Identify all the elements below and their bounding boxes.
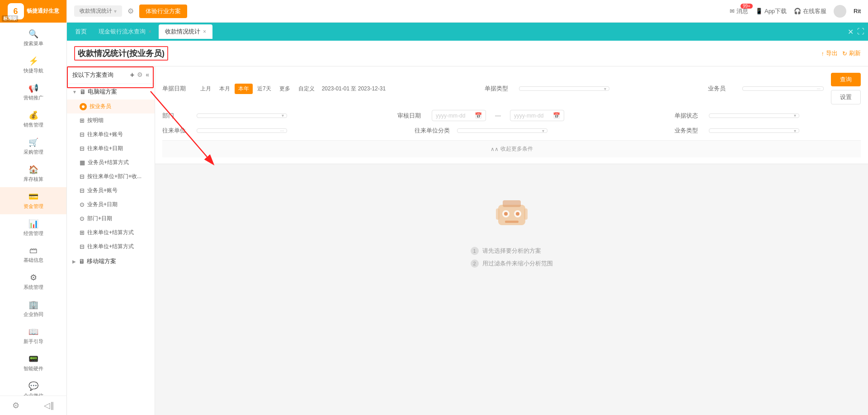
scheme-item-staff_date[interactable]: ⊙业务员+日期 [67, 198, 155, 212]
page-header-actions: ↑ 导出 ↻ 刷新 [821, 49, 861, 57]
header-right: ✉ 消息 99+ 📱 App下载 🎧 在线客服 Rit [730, 5, 861, 18]
counterpart-category-select[interactable]: ▾ [457, 128, 547, 133]
date-tabs-control: 上月本月本年近7天更多自定义 2023-01-01 至 2023-12-31 [197, 84, 386, 94]
calendar-from-icon: 📅 [475, 112, 482, 119]
date-range-text: 2023-01-01 至 2023-12-31 [322, 85, 386, 93]
scheme-item-dept_date[interactable]: ⊙部门+日期 [67, 212, 155, 226]
sidebar-item-guide[interactable]: 📖新手引导 [0, 322, 66, 349]
scheme-settings-icon[interactable]: ⚙ [137, 71, 143, 79]
filter-row-3: 往来单位 ··· 往来单位分类 ▾ 业务类型 ▾ [162, 127, 861, 135]
svg-rect-7 [496, 208, 500, 220]
scheme-item-counterpart_settlement2[interactable]: ⊟往来单位+结算方式 [67, 240, 155, 254]
panel-header: 按以下方案查询 + ⚙ « [67, 66, 155, 84]
scheme-item-counterpart_account[interactable]: ⊟往来单位+账号 [67, 127, 155, 141]
sidebar-item-sales[interactable]: 💰销售管理 [0, 106, 66, 133]
collapse-filter-button[interactable]: ∧∧ 收起更多条件 [162, 140, 861, 157]
svg-rect-6 [505, 221, 519, 223]
sidebar-item-warehouse[interactable]: 🏠库存核算 [0, 160, 66, 187]
user-avatar[interactable] [834, 5, 846, 18]
sidebar-item-purchase[interactable]: 🛒采购管理 [0, 133, 66, 160]
refresh-button[interactable]: ↻ 刷新 [842, 49, 861, 57]
maximize-button[interactable]: ⛶ [857, 28, 864, 36]
header-settings-icon[interactable]: ⚙ [127, 7, 134, 15]
scheme-group-header-mobile[interactable]: ▶🖥移动端方案 [67, 254, 155, 269]
close-window-button[interactable]: ✕ [848, 28, 854, 36]
basic-label: 基础信息 [24, 257, 43, 264]
scheme-item-counterpart_dept[interactable]: ⊟按往来单位+部门+收... [67, 170, 155, 184]
tab-home[interactable]: 首页 [71, 24, 91, 39]
sidebar-item-search[interactable]: 🔍搜索菜单 [0, 24, 66, 52]
scheme-item-staff_settlement[interactable]: ▦业务员+结算方式 [67, 156, 155, 170]
counterpart-select[interactable]: ··· [197, 128, 287, 133]
add-scheme-icon[interactable]: + [130, 71, 134, 79]
sidebar-item-basic[interactable]: 🗃基础信息 [0, 241, 66, 268]
scheme-item-label-counterpart_dept: 按往来单位+部门+收... [87, 173, 142, 180]
sales-icon: 💰 [28, 110, 38, 120]
scheme-item-counterpart_settlement1[interactable]: ⊞往来单位+结算方式 [67, 226, 155, 240]
scheme-item-by_staff[interactable]: 按业务员 [67, 99, 155, 113]
tab-receipt[interactable]: 收款情况统计× [159, 24, 212, 39]
sidebar-item-shortcut[interactable]: ⚡快捷导航 [0, 52, 66, 79]
refresh-label: 刷新 [849, 49, 861, 57]
sidebar-item-hardware[interactable]: 📟智能硬件 [0, 349, 66, 377]
sidebar-bottom: ⚙ ◁∥ [0, 396, 66, 415]
date-tab-上月[interactable]: 上月 [197, 84, 215, 94]
tab-bank[interactable]: 现金银行流水查询× [92, 24, 158, 39]
app-logo: 6 畅捷通好生意 标准版 [0, 0, 66, 23]
sidebar-item-operation[interactable]: 📊经营管理 [0, 214, 66, 241]
scheme-item-label-staff_settlement: 业务员+结算方式 [88, 159, 129, 166]
scheme-item-counterpart_date[interactable]: ⊟往来单位+日期 [67, 141, 155, 156]
date-tab-自定义[interactable]: 自定义 [295, 84, 318, 94]
messages-action[interactable]: ✉ 消息 99+ [730, 7, 748, 15]
group-icon-mobile: 🖥 [79, 258, 85, 265]
staff-select[interactable]: ··· [742, 86, 824, 91]
counterpart-category-label: 往来单位分类 [415, 127, 450, 135]
query-button[interactable]: 查询 [831, 73, 861, 86]
export-icon: ↑ [821, 50, 825, 57]
sidebar-item-finance[interactable]: 💳资金管理 [0, 187, 66, 214]
shortcut-icon: ⚡ [28, 56, 38, 66]
sidebar-item-enterprise[interactable]: 🏢企业协同 [0, 295, 66, 322]
doc-status-select[interactable]: ▾ [709, 113, 799, 118]
operation-icon: 📊 [28, 219, 38, 229]
collapse-panel-icon[interactable]: « [146, 71, 149, 79]
filter-area: 单据日期 上月本月本年近7天更多自定义 2023-01-01 至 2023-12… [155, 66, 868, 164]
date-tab-更多[interactable]: 更多 [276, 84, 294, 94]
sidebar-item-marketing[interactable]: 📢营销推广 [0, 79, 66, 106]
settings-bottom-icon[interactable]: ⚙ [12, 401, 19, 410]
step-1-text: 请先选择要分析的方案 [482, 247, 541, 255]
review-date-from[interactable]: yyyy-mm-dd 📅 [432, 110, 486, 121]
biz-type-select[interactable]: ▾ [709, 128, 799, 133]
date-tab-近7天[interactable]: 近7天 [254, 84, 275, 94]
doc-type-select[interactable]: ▾ [519, 86, 609, 91]
trial-button[interactable]: 体验行业方案 [139, 5, 187, 18]
scheme-item-label-dept_date: 部门+日期 [87, 215, 112, 222]
scheme-item-staff_account[interactable]: ⊟业务员+账号 [67, 184, 155, 198]
scheme-group-header-desktop[interactable]: ▼🖥电脑端方案 [67, 84, 155, 99]
date-tab-本月[interactable]: 本月 [216, 84, 234, 94]
guide-label: 新手引导 [24, 338, 43, 345]
sidebar-item-wechat[interactable]: 💬企业微信 [0, 377, 66, 396]
biz-type-label: 业务类型 [675, 127, 702, 135]
counterpart-more: ··· [280, 128, 284, 133]
tab-receipt-close[interactable]: × [203, 28, 206, 35]
date-separator: — [495, 112, 501, 119]
scheme-item-by_detail[interactable]: ⊞按明细 [67, 113, 155, 127]
calendar-to-icon: 📅 [553, 112, 560, 119]
robot-illustration [489, 191, 534, 236]
date-tab-本年[interactable]: 本年 [235, 84, 253, 94]
sidebar-item-system[interactable]: ⚙系统管理 [0, 268, 66, 295]
export-button[interactable]: ↑ 导出 [821, 49, 838, 57]
collapse-sidebar-icon[interactable]: ◁∥ [44, 401, 54, 410]
review-date-to[interactable]: yyyy-mm-dd 📅 [510, 110, 564, 121]
tab-bank-close[interactable]: × [148, 28, 151, 35]
online-service-action[interactable]: 🎧 在线客服 [794, 7, 826, 15]
item-icon-staff_settlement: ▦ [80, 159, 85, 166]
settings-button[interactable]: 设置 [831, 90, 861, 104]
main-area: 收款情况统计 ▾ ⚙ 体验行业方案 ✉ 消息 99+ 📱 App下载 🎧 在线客… [67, 0, 868, 415]
system-icon: ⚙ [30, 273, 37, 283]
item-icon-counterpart_dept: ⊟ [80, 173, 85, 180]
dept-select[interactable]: ▾ [197, 113, 287, 118]
header-left: 收款情况统计 ▾ ⚙ 体验行业方案 [74, 5, 187, 18]
app-download-action[interactable]: 📱 App下载 [755, 7, 787, 15]
